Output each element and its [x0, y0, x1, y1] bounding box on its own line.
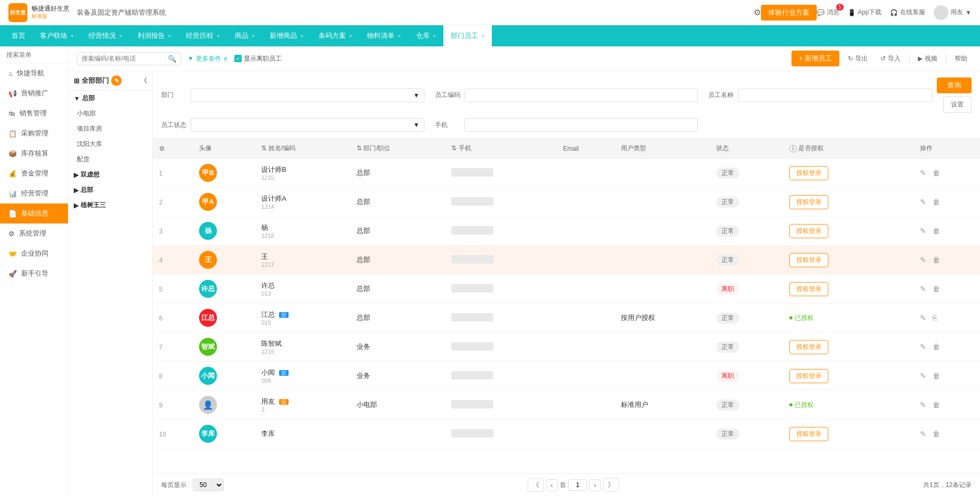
dept-item-project[interactable]: 项目库房 [68, 121, 152, 137]
tab-profit-close[interactable]: × [168, 33, 171, 39]
user-button[interactable]: 用友 ▼ [934, 5, 972, 20]
sidebar-item-quick-nav[interactable]: ⌂ 快捷导航 [0, 63, 68, 83]
auth-button-8[interactable]: 授权登录 [789, 369, 828, 383]
phone-input[interactable] [464, 118, 698, 132]
sidebar-item-operation[interactable]: 📊 经营管理 [0, 183, 68, 203]
tab-warehouse[interactable]: 仓库 × [409, 25, 443, 46]
auth-button-1[interactable]: 授权登录 [789, 166, 828, 180]
th-settings[interactable]: ⚙ [153, 139, 193, 159]
export-button[interactable]: ↻ 导出 [844, 52, 872, 65]
emp-status-select[interactable]: ▼ [191, 118, 424, 132]
delete-button-9[interactable]: 🗑 [933, 401, 940, 409]
delete-button-8[interactable]: 🗑 [933, 372, 940, 380]
sidebar-item-purchase[interactable]: 📋 采购管理 [0, 123, 68, 143]
tab-barcode-close[interactable]: × [349, 33, 352, 39]
dept-group-head2[interactable]: ▶ 总部 [68, 182, 152, 198]
copy-button-6[interactable]: ⎘ [933, 314, 937, 322]
tab-add-goods[interactable]: 新增商品 × [262, 25, 311, 46]
auth-button-7[interactable]: 授权登录 [789, 340, 828, 354]
sidebar-item-sales[interactable]: 🛍 销售管理 [0, 103, 68, 123]
tab-barcode[interactable]: 条码方案 × [311, 25, 360, 46]
trial-button[interactable]: 体验行业方案 [761, 5, 817, 21]
next-page-button[interactable]: › [589, 479, 601, 491]
delete-button-10[interactable]: 🗑 [933, 430, 940, 438]
edit-button-8[interactable]: ✎ [920, 372, 926, 380]
tab-dept-staff-close[interactable]: × [481, 33, 484, 39]
delete-button-7[interactable]: 🗑 [933, 343, 940, 351]
dept-item-shenyang[interactable]: 沈阳大库 [68, 137, 152, 152]
page-size-select[interactable]: 50 20 100 [193, 479, 224, 491]
auth-button-4[interactable]: 授权登录 [789, 253, 828, 267]
edit-button-3[interactable]: ✎ [920, 227, 926, 235]
dept-tree-collapse-button[interactable]: 《 [141, 76, 147, 85]
edit-button-9[interactable]: ✎ [920, 401, 926, 409]
auth-button-2[interactable]: 授权登录 [789, 195, 828, 209]
show-resigned-toggle[interactable]: ✓ 显示离职员工 [234, 54, 282, 63]
tab-customer[interactable]: 客户联络 × [33, 25, 81, 46]
edit-button-7[interactable]: ✎ [920, 343, 926, 351]
emp-code-input[interactable] [464, 89, 698, 102]
message-button[interactable]: 💬 消息 5 [817, 8, 839, 17]
gear-button[interactable]: ⚙ [754, 7, 761, 17]
online-service-button[interactable]: 🎧 在线客服 [890, 8, 925, 17]
tab-process-close[interactable]: × [216, 33, 220, 39]
auth-info-icon[interactable]: ℹ [789, 145, 797, 152]
emp-name-input[interactable] [738, 89, 933, 102]
auth-button-5[interactable]: 授权登录 [789, 282, 828, 296]
search-input[interactable] [82, 55, 166, 62]
delete-button-5[interactable]: 🗑 [933, 285, 940, 293]
tab-materials-close[interactable]: × [398, 33, 401, 39]
reset-button[interactable]: 设置 [943, 96, 972, 113]
dept-item-small-electric[interactable]: 小电部 [68, 106, 152, 121]
dept-tree-edit-button[interactable]: ✎ [111, 75, 122, 86]
sidebar-item-system[interactable]: ⚙ 系统管理 [0, 223, 68, 244]
tab-dept-staff[interactable]: 部门员工 × [443, 25, 492, 46]
edit-button-1[interactable]: ✎ [920, 169, 926, 177]
view-button[interactable]: ▶ 视频 [914, 52, 942, 65]
tab-materials[interactable]: 物料清单 × [360, 25, 408, 46]
dept-group-wangsan[interactable]: ▶ 植树王三 [68, 198, 152, 213]
tab-profit[interactable]: 利润报告 × [130, 25, 179, 46]
sidebar-item-inventory[interactable]: 📦 库存核算 [0, 143, 68, 163]
sidebar-item-basic-info[interactable]: 📄 基础信息 [0, 203, 68, 223]
sidebar-item-corp[interactable]: 🤝 企业协同 [0, 244, 68, 264]
delete-button-2[interactable]: 🗑 [933, 198, 940, 206]
edit-button-5[interactable]: ✎ [920, 285, 926, 293]
tab-business-close[interactable]: × [119, 33, 122, 39]
delete-button-4[interactable]: 🗑 [933, 256, 940, 264]
tab-warehouse-close[interactable]: × [433, 33, 436, 39]
last-page-button[interactable]: 》 [603, 478, 619, 492]
import-button[interactable]: ↺ 导入 [876, 52, 905, 65]
edit-button-6[interactable]: ✎ [920, 314, 926, 322]
tab-goods[interactable]: 商品 × [227, 25, 262, 46]
dept-group-head[interactable]: ▼ 总部 [68, 91, 152, 106]
sidebar-item-finance[interactable]: 💰 资金管理 [0, 163, 68, 183]
auth-button-3[interactable]: 授权登录 [789, 224, 828, 238]
add-employee-button[interactable]: + 新增员工 [791, 51, 839, 66]
delete-button-1[interactable]: 🗑 [933, 169, 940, 177]
sidebar-item-marketing[interactable]: 📢 营销推广 [0, 83, 68, 103]
tab-goods-close[interactable]: × [252, 33, 255, 39]
edit-button-4[interactable]: ✎ [920, 256, 926, 264]
page-number-input[interactable] [568, 479, 587, 491]
th-name-code[interactable]: ⇅ 姓名/编码 [255, 139, 350, 159]
tab-customer-close[interactable]: × [71, 33, 74, 39]
edit-button-2[interactable]: ✎ [920, 198, 926, 206]
tab-business[interactable]: 经营情况 × [81, 25, 130, 46]
tab-home[interactable]: 首页 [4, 25, 33, 46]
th-dept-position[interactable]: ⇅ 部门/职位 [350, 139, 446, 159]
sidebar-item-guide[interactable]: 🚀 新手引导 [0, 264, 68, 284]
th-phone[interactable]: ⇅ 手机 [445, 139, 557, 159]
dept-select[interactable]: ▼ [191, 89, 424, 102]
dept-group-dual[interactable]: ▶ 双虚想 [68, 167, 152, 182]
tab-add-goods-close[interactable]: × [300, 33, 303, 39]
edit-button-10[interactable]: ✎ [920, 430, 926, 438]
prev-page-button[interactable]: ‹ [546, 479, 558, 491]
tab-process[interactable]: 经营历程 × [179, 25, 227, 46]
auth-button-10[interactable]: 授权登录 [789, 427, 828, 441]
more-filter-button[interactable]: ▼ 更多条件 ∧ [187, 54, 228, 63]
delete-button-3[interactable]: 🗑 [933, 227, 940, 235]
sidebar-search-input[interactable] [6, 51, 68, 59]
first-page-button[interactable]: 《 [528, 478, 544, 492]
query-button[interactable]: 查询 [937, 77, 972, 93]
